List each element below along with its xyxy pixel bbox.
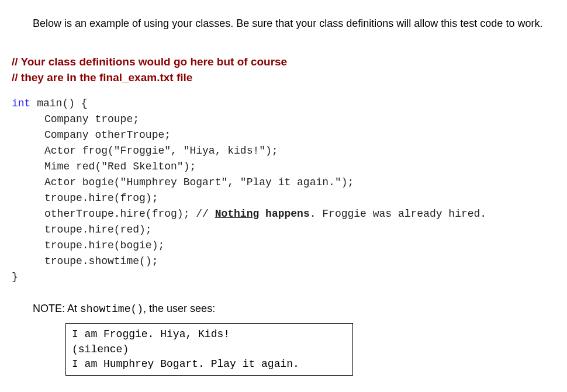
- code-line: Mime red("Red Skelton");: [12, 159, 196, 175]
- code-text: . Froggie was already hired.: [310, 208, 486, 220]
- code-bold: happens: [259, 208, 309, 220]
- note-prefix: NOTE: At: [33, 303, 80, 314]
- code-line: otherTroupe.hire(frog); // Nothing happe…: [12, 206, 486, 222]
- code-block: int main() { Company troupe; Company oth…: [12, 96, 555, 285]
- code-line: troupe.hire(frog);: [12, 190, 158, 206]
- comment-line-2: // they are in the final_exam.txt file: [12, 70, 555, 86]
- output-box: I am Froggie. Hiya, Kids! (silence) I am…: [65, 323, 353, 376]
- code-line: troupe.showtime();: [12, 254, 158, 269]
- code-close-brace: }: [12, 271, 18, 283]
- code-line: troupe.hire(bogie);: [12, 238, 164, 254]
- code-line: Actor bogie("Humphrey Bogart", "Play it …: [12, 175, 354, 190]
- note-suffix: , the user sees:: [143, 303, 215, 314]
- code-line: troupe.hire(red);: [12, 222, 152, 238]
- comment-header: // Your class definitions would go here …: [12, 54, 555, 85]
- code-line: Company otherTroupe;: [12, 127, 171, 143]
- code-line: Actor frog("Froggie", "Hiya, kids!");: [12, 143, 278, 159]
- note-mono: showtime(): [80, 303, 143, 315]
- output-line: (silence): [72, 342, 347, 357]
- output-line: I am Humphrey Bogart. Play it again.: [72, 357, 347, 372]
- output-line: I am Froggie. Hiya, Kids!: [72, 327, 347, 342]
- comment-line-1: // Your class definitions would go here …: [12, 54, 555, 70]
- code-line: Company troupe;: [12, 112, 139, 127]
- code-underline: Nothing: [215, 208, 260, 220]
- main-sig: main() {: [30, 98, 87, 109]
- keyword-int: int: [12, 98, 30, 109]
- intro-paragraph: Below is an example of using your classe…: [33, 16, 555, 31]
- code-text: otherTroupe.hire(frog); //: [44, 208, 215, 220]
- note-line: NOTE: At showtime(), the user sees:: [33, 303, 555, 315]
